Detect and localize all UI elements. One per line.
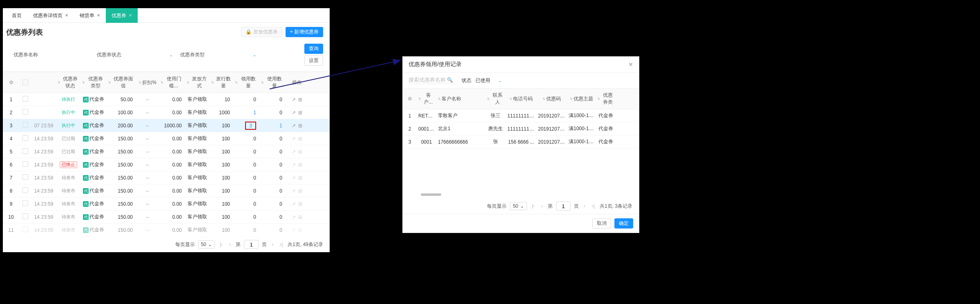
type-select[interactable]: ⌄ — [207, 53, 256, 57]
row-checkbox[interactable] — [22, 174, 28, 180]
coupon-search-input[interactable]: 🔍 — [409, 77, 458, 84]
gear-icon[interactable]: ⚙ — [9, 80, 13, 85]
external-link-icon[interactable]: ↗ — [292, 175, 296, 181]
sort-icon[interactable]: ⇅ — [82, 81, 85, 84]
claim-count-link[interactable]: 1 — [253, 110, 256, 115]
qr-icon[interactable]: ⊞ — [298, 97, 302, 102]
table-row[interactable]: 5 14 23:59 已过期 代代金券 150.00 -- 0.00 客户领取 … — [3, 145, 330, 158]
tab-coupon-detail[interactable]: 优惠券详情页 ✕ — [27, 8, 74, 23]
distribute-button[interactable]: 🔒 发放优惠券 — [241, 27, 282, 37]
claim-count-link[interactable]: 3 — [245, 122, 256, 130]
qr-icon[interactable]: ⊞ — [298, 110, 302, 115]
page-input[interactable] — [556, 202, 571, 211]
row-checkbox[interactable] — [22, 148, 28, 154]
search-icon[interactable]: 🔍 — [447, 77, 453, 83]
table-row[interactable]: 2 00010001 北京1 唐先生 11111111111 20191207O… — [403, 122, 639, 135]
row-checkbox[interactable] — [22, 200, 28, 206]
gear-icon[interactable]: ⚙ — [408, 96, 412, 102]
sort-icon[interactable]: ⇅ — [509, 97, 512, 101]
last-page-button[interactable]: ›| — [278, 242, 284, 247]
qr-icon[interactable]: ⊞ — [298, 136, 302, 142]
qr-icon[interactable]: ⊞ — [298, 227, 302, 233]
close-icon[interactable]: ✕ — [65, 8, 68, 23]
table-row[interactable]: 1 待执行 代代金券 50.00 -- 0.00 客户领取 10 0 0 ↗ ⊞ — [3, 93, 330, 106]
sort-icon[interactable]: ⇅ — [187, 81, 190, 84]
qr-icon[interactable]: ⊞ — [298, 188, 302, 194]
use-count-link[interactable]: 1 — [279, 123, 282, 129]
first-page-button[interactable]: |‹ — [218, 242, 224, 247]
external-link-icon[interactable]: ↗ — [292, 188, 296, 194]
row-checkbox[interactable] — [22, 135, 28, 141]
settings-button[interactable]: 设置 — [304, 55, 323, 66]
close-icon[interactable]: ✕ — [129, 8, 132, 23]
qr-icon[interactable]: ⊞ — [298, 175, 302, 181]
sort-icon[interactable]: ⇅ — [161, 81, 163, 84]
row-checkbox[interactable] — [22, 96, 28, 102]
table-row[interactable]: 6 14 23:59 已终止 代代金券 150.00 -- 0.00 客户领取 … — [3, 158, 330, 171]
external-link-icon[interactable]: ↗ — [292, 110, 296, 115]
sort-icon[interactable]: ⇅ — [438, 97, 441, 101]
status-select[interactable]: 已使用 ⌄ — [475, 77, 502, 84]
external-link-icon[interactable]: ↗ — [292, 149, 296, 155]
external-link-icon[interactable]: ↗ — [292, 201, 296, 207]
per-page-select[interactable]: 50 ⌄ — [510, 202, 527, 210]
close-icon[interactable]: ✕ — [97, 8, 100, 23]
row-checkbox[interactable] — [22, 161, 28, 167]
sort-icon[interactable]: ⇅ — [58, 81, 60, 84]
sort-icon[interactable]: ⇅ — [138, 81, 141, 84]
table-row[interactable]: 9 14 23:59 待发布 代代金券 150.00 -- 0.00 客户领取 … — [3, 197, 330, 211]
sort-icon[interactable]: ⇅ — [108, 81, 111, 84]
external-link-icon[interactable]: ↗ — [292, 136, 296, 142]
sort-icon[interactable]: ⇅ — [570, 97, 573, 101]
next-page-button[interactable]: › — [270, 242, 275, 247]
table-row[interactable]: 4 14 23:59 已过期 代代金券 150.00 -- 0.00 客户领取 … — [3, 132, 330, 145]
table-row[interactable]: 3 0001 17666666666 张 156 6666 ... 201912… — [403, 135, 639, 149]
qr-icon[interactable]: ⊞ — [298, 123, 302, 129]
close-icon[interactable]: ✕ — [628, 61, 633, 68]
table-row[interactable]: 10 14 23:59 待发布 代代金券 150.00 -- 0.00 客户领取… — [3, 211, 330, 224]
qr-icon[interactable]: ⊞ — [298, 162, 302, 168]
tab-coupon[interactable]: 优惠券 ✕ — [106, 8, 138, 23]
qr-icon[interactable]: ⊞ — [298, 149, 302, 155]
sort-icon[interactable]: ⇅ — [597, 97, 600, 101]
first-page-button[interactable]: |‹ — [530, 203, 536, 209]
tab-home[interactable]: 首页 — [6, 8, 27, 23]
row-checkbox[interactable] — [22, 122, 28, 128]
next-page-button[interactable]: › — [582, 203, 587, 209]
external-link-icon[interactable]: ↗ — [292, 227, 296, 233]
qr-icon[interactable]: ⊞ — [298, 214, 302, 220]
tab-sales-order[interactable]: 销货单 ✕ — [74, 8, 106, 23]
row-checkbox[interactable] — [22, 109, 28, 115]
external-link-icon[interactable]: ↗ — [292, 97, 296, 102]
sort-icon[interactable]: ⇅ — [418, 97, 421, 101]
row-checkbox[interactable] — [22, 226, 28, 232]
search-field[interactable] — [409, 77, 445, 83]
sort-icon[interactable]: ⇅ — [211, 81, 214, 84]
add-coupon-button[interactable]: + 新增优惠券 — [286, 27, 323, 37]
per-page-select[interactable]: 50 ⌄ — [198, 240, 215, 249]
table-row[interactable]: 3 07 23:59 执行中 代代金券 200.00 -- 1000.00 客户… — [3, 119, 330, 132]
table-row[interactable]: 11 14 23:59 待发布 代代金券 150.00 -- 0.00 客户领取… — [3, 224, 330, 237]
coupon-name-input[interactable] — [40, 51, 89, 59]
page-input[interactable] — [244, 240, 259, 249]
sort-icon[interactable]: ⇅ — [261, 81, 264, 84]
confirm-button[interactable]: 确定 — [614, 218, 633, 229]
sort-icon[interactable]: ⇅ — [487, 97, 490, 101]
select-all-checkbox[interactable] — [22, 80, 28, 85]
row-checkbox[interactable] — [22, 213, 28, 219]
external-link-icon[interactable]: ↗ — [292, 162, 296, 168]
query-button[interactable]: 查询 — [304, 44, 323, 54]
external-link-icon[interactable]: ↗ — [292, 123, 296, 129]
status-select[interactable]: ⌄ — [124, 53, 173, 57]
row-checkbox[interactable] — [22, 187, 28, 193]
sort-icon[interactable]: ⇅ — [542, 97, 545, 101]
table-row[interactable]: 7 14 23:59 待发布 代代金券 150.00 -- 0.00 客户领取 … — [3, 171, 330, 184]
cancel-button[interactable]: 取消 — [592, 218, 611, 229]
table-row[interactable]: 1 RETAIL... 零散客户 张三 11111111111 20191207… — [403, 109, 639, 122]
prev-page-button[interactable]: ‹ — [228, 242, 232, 247]
external-link-icon[interactable]: ↗ — [292, 214, 296, 220]
qr-icon[interactable]: ⊞ — [298, 201, 302, 207]
table-row[interactable]: 8 14 23:59 待发布 代代金券 150.00 -- 0.00 客户领取 … — [3, 184, 330, 197]
sort-icon[interactable]: ⇅ — [235, 81, 238, 84]
table-row[interactable]: 2 执行中 代代金券 100.00 -- 0.00 客户领取 1000 1 0 … — [3, 106, 330, 119]
